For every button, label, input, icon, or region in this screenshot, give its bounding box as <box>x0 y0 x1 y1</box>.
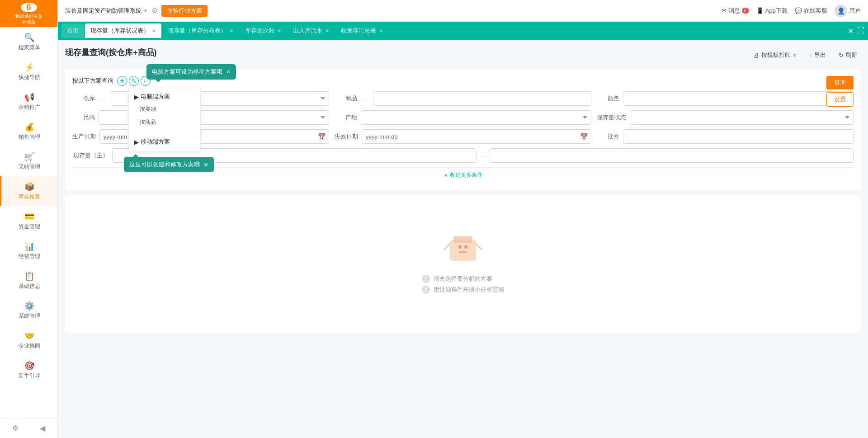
dropdown-icon: ▼ <box>143 8 148 13</box>
sidebar-label-operations: 经营管理 <box>19 253 40 260</box>
filter-inv-status: 现存量状态 <box>597 110 854 125</box>
user-label: 用户 <box>849 7 861 15</box>
sidebar-collapse-btn[interactable]: ◀ <box>40 424 45 433</box>
sidebar-item-enterprise[interactable]: 🤝 企业协同 <box>0 325 57 355</box>
scheme-group-mobile-title[interactable]: ▶ 移动端方案 <box>129 136 200 148</box>
product-dots[interactable]: ··· <box>361 95 369 102</box>
phone-icon: 📱 <box>756 7 764 14</box>
warehouse-dots[interactable]: ··· <box>99 95 107 102</box>
sales-icon: 💰 <box>24 122 34 132</box>
sidebar-label-search: 搜索菜单 <box>19 44 40 52</box>
online-service-action[interactable]: 💬 在线客服 <box>795 7 827 15</box>
sidebar-item-operations[interactable]: 📊 经营管理 <box>0 236 57 266</box>
settings-icon[interactable]: ⚙ <box>151 6 158 15</box>
scheme-group-desktop-label: 电脑端方案 <box>141 93 170 101</box>
batch-input[interactable] <box>623 129 854 144</box>
export-btn[interactable]: ↑ 导出 <box>806 49 830 61</box>
trial-button[interactable]: 体验行业方案 <box>161 5 208 17</box>
reset-button[interactable]: 设置 <box>826 92 854 107</box>
edit-scheme-btn[interactable]: ✎ <box>129 76 139 86</box>
sidebar-item-search[interactable]: 🔍 搜索菜单 <box>0 27 57 57</box>
newguide-icon: 🎯 <box>24 361 34 371</box>
chevron-mobile-icon: ▶ <box>134 139 139 146</box>
online-service-label: 在线客服 <box>804 7 827 15</box>
sidebar-item-marketing[interactable]: 📢 营销推广 <box>0 87 57 117</box>
sidebar-item-finance[interactable]: 💳 资金管理 <box>0 206 57 236</box>
scheme-tooltip-close[interactable]: ✕ <box>226 69 231 75</box>
tab-collect-summary[interactable]: 收发存汇总表 ✕ <box>335 24 388 38</box>
message-icon: ✉ <box>722 7 726 14</box>
svg-rect-4 <box>459 251 467 253</box>
scheme-group-desktop-title[interactable]: ▶ 电脑端方案 <box>129 91 200 103</box>
tab-inventory-dist-close[interactable]: ✕ <box>229 28 233 34</box>
message-label: 消息 <box>728 7 740 15</box>
color-select[interactable] <box>623 91 854 106</box>
sidebar-item-newguide[interactable]: 🎯 新手引导 <box>0 355 57 385</box>
product-input[interactable] <box>373 91 591 106</box>
page-toolbar: 🖨 按模板打印 ▼ ↑ 导出 ↻ 刷新 <box>750 49 861 61</box>
scheme-tooltip: 电脑方案可设为移动方案哦 ✕ <box>146 64 236 80</box>
sidebar-label-purchase: 采购管理 <box>19 163 40 171</box>
main-content: 装备及固定资产辅助管理系统 ▼ ⚙ 体验行业方案 ✉ 消息 6 📱 App下载 … <box>58 0 868 438</box>
tab-inventory-status-label: 现存量（库存状况表） <box>90 27 149 35</box>
system-name-dropdown[interactable]: 装备及固定资产辅助管理系统 ▼ <box>65 7 148 15</box>
enterprise-icon: 🤝 <box>24 331 34 341</box>
marketing-icon: 📢 <box>24 92 34 102</box>
message-action[interactable]: ✉ 消息 6 <box>722 7 749 15</box>
scheme-create-tooltip: 这里可以创建和修改方案哦 ✕ <box>124 157 214 172</box>
app-version: 标准版 <box>22 19 36 25</box>
add-scheme-btn[interactable]: + <box>117 76 127 86</box>
print-btn[interactable]: 🖨 按模板打印 ▼ <box>750 49 801 61</box>
prod-date-icon: 📅 <box>318 133 326 140</box>
step2-text: 用过滤条件来缩小分析范围 <box>434 286 504 294</box>
user-action[interactable]: 👤 用户 <box>835 5 861 17</box>
tab-in-out-flow-close[interactable]: ✕ <box>325 28 329 34</box>
app-download-action[interactable]: 📱 App下载 <box>756 7 788 15</box>
filter-header-actions: + ✎ ← <box>117 76 151 86</box>
sidebar-settings-btn[interactable]: ⚙ <box>12 424 19 433</box>
filter-panel: 按以下方案查询 + ✎ ← 电脑方案可设为移动方案哦 ✕ ▶ 电脑端方案 <box>65 69 861 190</box>
filter-expire-date: 失效日期 📅 <box>335 129 591 144</box>
filter-header: 按以下方案查询 + ✎ ← 电脑方案可设为移动方案哦 ✕ <box>72 76 854 86</box>
scheme-item-category[interactable]: 按类别 <box>129 103 200 116</box>
tab-bar-actions: ✕ ⛶ <box>848 27 864 35</box>
tab-in-out-flow[interactable]: 出入库流水 ✕ <box>288 24 335 38</box>
tab-batch-account-close[interactable]: ✕ <box>277 28 281 34</box>
step1-num: 1 <box>422 275 430 283</box>
system-name: 装备及固定资产辅助管理系统 <box>65 7 142 15</box>
sidebar-item-system[interactable]: ⚙️ 系统管理 <box>0 296 57 325</box>
tab-fullscreen[interactable]: ⛶ <box>857 27 864 35</box>
tab-inventory-status-close[interactable]: ✕ <box>152 28 156 34</box>
tab-inventory-dist[interactable]: 现存量（库存分布表） ✕ <box>162 24 239 38</box>
tab-collect-summary-close[interactable]: ✕ <box>379 28 383 34</box>
inv-qty-max[interactable] <box>490 148 854 163</box>
sidebar-item-quicknav[interactable]: ⚡ 快捷导航 <box>0 57 57 87</box>
inv-status-select[interactable] <box>630 110 854 125</box>
print-label: 按模板打印 <box>761 51 791 59</box>
filter-size: 尺码 <box>72 110 329 125</box>
logo-icon: 6 <box>21 3 37 12</box>
scheme-create-close[interactable]: ✕ <box>203 161 208 168</box>
svg-point-2 <box>458 245 462 249</box>
origin-label: 产地 <box>335 113 357 122</box>
scheme-panel: ▶ 电脑端方案 按类别 按商品 ▶ 移动端方案 <box>128 87 201 152</box>
sidebar-item-purchase[interactable]: 🛒 采购管理 <box>0 146 57 176</box>
origin-select[interactable] <box>361 110 591 125</box>
tab-home[interactable]: 首页 <box>61 24 84 38</box>
refresh-btn[interactable]: ↻ 刷新 <box>835 49 861 61</box>
collapse-label: 收起更多条件 <box>450 171 482 179</box>
sidebar-item-basic[interactable]: 📋 基础信息 <box>0 266 57 296</box>
system-icon: ⚙️ <box>24 301 34 311</box>
sidebar: 6 畅捷通好生意 标准版 🔍 搜索菜单 ⚡ 快捷导航 📢 营销推广 💰 销售管理… <box>0 0 58 438</box>
query-button[interactable]: 查询 <box>826 76 854 89</box>
tab-inventory-status[interactable]: 现存量（库存状况表） ✕ <box>85 24 161 38</box>
tab-close-all[interactable]: ✕ <box>848 27 854 35</box>
tab-batch-account[interactable]: 库存批次账 ✕ <box>240 24 287 38</box>
batch-label: 批号 <box>597 132 619 141</box>
scheme-item-product[interactable]: 按商品 <box>129 116 200 129</box>
chevron-icon: ▶ <box>134 94 139 100</box>
sidebar-item-inventory[interactable]: 📦 库存核算 <box>0 176 57 206</box>
sidebar-item-sales[interactable]: 💰 销售管理 <box>0 117 57 146</box>
expire-date-input[interactable] <box>362 129 591 144</box>
step2-num: 2 <box>422 286 430 294</box>
